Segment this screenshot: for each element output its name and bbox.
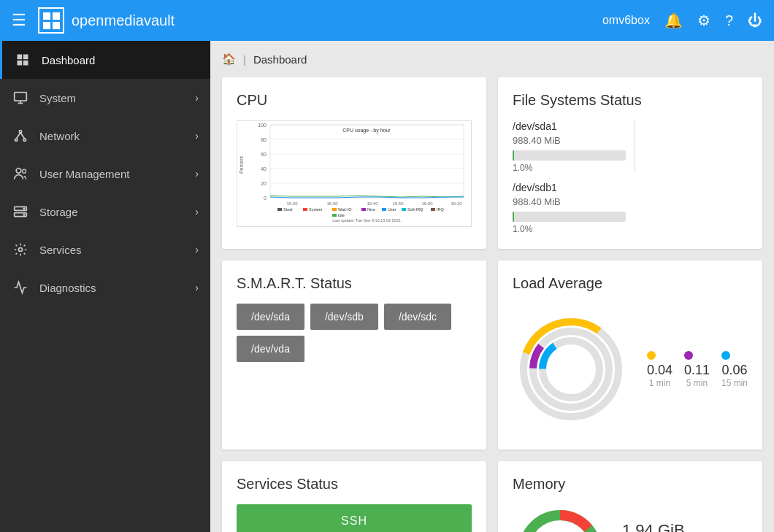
main-content: 🏠 | Dashboard CPU — [210, 41, 774, 532]
svg-text:40: 40 — [261, 166, 267, 171]
help-icon[interactable]: ? — [725, 12, 733, 29]
load-average-title: Load Average — [513, 275, 748, 292]
load-values: 0.04 1 min 0.11 5 min — [647, 351, 748, 388]
svg-text:16:10: 16:10 — [451, 201, 462, 206]
svg-point-12 — [16, 169, 21, 174]
svg-line-11 — [20, 133, 25, 139]
memory-content: 1.94 GiB Total 275.59 MiB 14% 1.67 GiB 8… — [513, 504, 748, 532]
chevron-right-icon: › — [195, 244, 199, 255]
svg-rect-53 — [332, 214, 337, 217]
load-indicator-5min — [684, 351, 710, 360]
svg-point-13 — [23, 169, 26, 173]
svg-text:Idle: Idle — [338, 213, 345, 217]
filesystem-grid: /dev/sda1 988.40 MiB 1.0% /dev/sdb1 988.… — [513, 120, 748, 234]
smart-device-sdc[interactable]: /dev/sdc — [384, 304, 451, 330]
load-donut-container: 0.04 1 min 0.11 5 min — [513, 304, 748, 435]
svg-rect-4 — [15, 93, 27, 101]
svg-text:Nice: Nice — [367, 207, 375, 212]
load-label-5min: 5 min — [684, 378, 710, 388]
fs-device-name-sda1: /dev/sda1 — [513, 120, 626, 132]
fs-divider — [635, 120, 635, 173]
load-dot-15min — [721, 351, 730, 360]
fs-percent-sdb1: 1.0% — [513, 224, 626, 234]
svg-text:System: System — [309, 207, 323, 212]
fs-bar-sdb1 — [513, 212, 514, 222]
svg-rect-0 — [18, 55, 23, 60]
load-dot-1min — [647, 351, 656, 360]
cpu-chart-svg: 100 80 60 40 20 0 Percent CPU usage - by… — [237, 121, 471, 223]
sidebar-item-diagnostics[interactable]: Diagnostics › — [0, 269, 210, 307]
fs-bar-container-sdb1 — [513, 212, 626, 222]
header: ☰ openmediavault omv6box 🔔 ⚙ ? ⏻ — [0, 0, 774, 41]
svg-text:0: 0 — [264, 196, 267, 201]
menu-button[interactable]: ☰ — [12, 11, 26, 30]
dashboard-grid: CPU 100 80 60 4 — [222, 77, 762, 532]
svg-rect-51 — [431, 208, 435, 211]
breadcrumb-current: Dashboard — [253, 53, 307, 66]
smart-device-sdb[interactable]: /dev/sdb — [310, 304, 378, 330]
chevron-right-icon: › — [195, 206, 199, 217]
sidebar-item-dashboard[interactable]: Dashboard — [0, 41, 210, 79]
sidebar: Dashboard System › Network › User Manage… — [0, 41, 210, 532]
sidebar-item-network[interactable]: Network › — [0, 117, 210, 155]
svg-text:Steal: Steal — [283, 207, 293, 212]
notifications-icon[interactable]: 🔔 — [664, 12, 683, 29]
fs-bar-container-sda1 — [513, 150, 626, 161]
sidebar-item-label-storage: Storage — [39, 206, 195, 218]
services-status-card: Services Status SSH — [222, 461, 486, 532]
cpu-chart: 100 80 60 40 20 0 Percent CPU usage - by… — [237, 120, 472, 227]
memory-donut-chart — [513, 504, 608, 532]
svg-point-17 — [23, 214, 25, 215]
svg-text:User: User — [388, 207, 396, 212]
memory-total: 1.94 GiB — [622, 521, 743, 532]
user-management-icon — [12, 165, 29, 182]
svg-rect-45 — [361, 208, 366, 211]
smart-buttons: /dev/sda /dev/sdb /dev/sdc /dev/vda — [237, 304, 472, 362]
svg-text:Last update: Tue Nov 9 16:15:0: Last update: Tue Nov 9 16:15:02 2021 — [332, 218, 401, 223]
sidebar-item-storage[interactable]: Storage › — [0, 193, 210, 231]
header-left: ☰ openmediavault — [12, 7, 175, 34]
svg-rect-43 — [332, 208, 337, 211]
username-label: omv6box — [602, 14, 650, 27]
breadcrumb-separator: | — [243, 53, 246, 66]
smart-device-vda[interactable]: /dev/vda — [237, 336, 304, 362]
memory-card-title: Memory — [513, 476, 748, 493]
svg-text:60: 60 — [261, 152, 267, 157]
app-name: openmediavault — [72, 12, 175, 29]
fs-percent-sda1: 1.0% — [513, 163, 626, 173]
svg-rect-3 — [23, 61, 28, 66]
ssh-status-button[interactable]: SSH — [237, 504, 472, 532]
svg-text:Wait-IO: Wait-IO — [338, 207, 352, 212]
sidebar-item-label-user-management: User Management — [39, 168, 195, 180]
load-dot-5min — [684, 351, 693, 360]
settings-icon[interactable]: ⚙ — [697, 12, 710, 29]
sidebar-item-user-management[interactable]: User Management › — [0, 155, 210, 193]
home-icon[interactable]: 🏠 — [222, 53, 236, 66]
fs-bar-sda1 — [513, 150, 514, 161]
load-label-15min: 15 min — [721, 378, 748, 388]
sidebar-item-label-dashboard: Dashboard — [42, 54, 199, 66]
svg-rect-41 — [303, 208, 307, 211]
main-layout: Dashboard System › Network › User Manage… — [0, 41, 774, 532]
sidebar-item-label-diagnostics: Diagnostics — [39, 282, 195, 294]
sidebar-item-system[interactable]: System › — [0, 79, 210, 117]
smart-device-sda[interactable]: /dev/sda — [237, 304, 304, 330]
svg-rect-1 — [23, 55, 28, 60]
svg-text:80: 80 — [261, 137, 267, 142]
sidebar-item-label-system: System — [39, 92, 195, 104]
svg-text:15:50: 15:50 — [392, 201, 404, 206]
network-icon — [12, 127, 29, 144]
svg-rect-19 — [270, 125, 464, 198]
svg-text:Percent: Percent — [239, 156, 244, 174]
filesystem-card-title: File Systems Status — [513, 92, 748, 109]
app-logo: openmediavault — [38, 7, 175, 34]
logo-icon — [38, 7, 64, 34]
svg-text:15:40: 15:40 — [367, 201, 378, 206]
power-icon[interactable]: ⏻ — [748, 12, 762, 29]
fs-size-sda1: 988.40 MiB — [513, 135, 626, 146]
dashboard-icon — [14, 51, 31, 69]
sidebar-item-services[interactable]: Services › — [0, 231, 210, 269]
sidebar-item-label-services: Services — [39, 244, 195, 256]
svg-rect-47 — [382, 208, 386, 211]
svg-text:100: 100 — [258, 123, 267, 128]
